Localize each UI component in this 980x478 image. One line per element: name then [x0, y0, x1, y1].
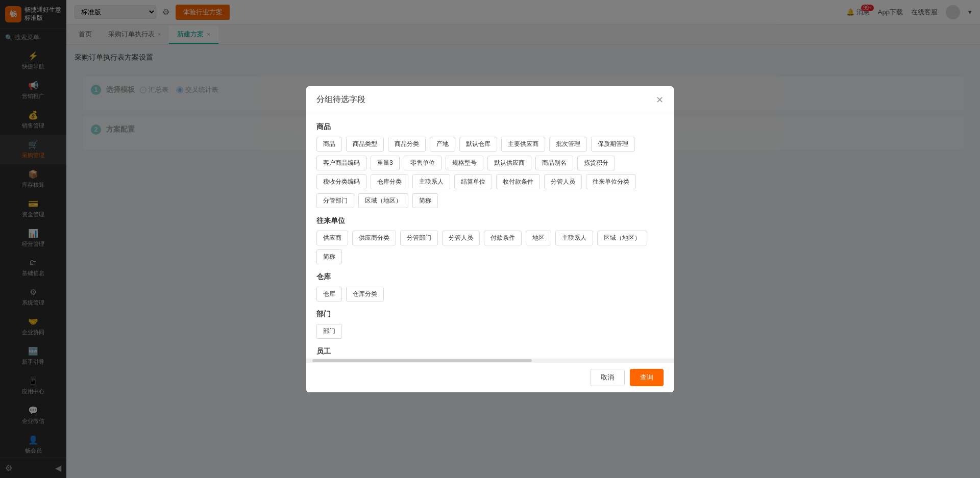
section-department: 部门 部门: [316, 310, 664, 339]
field-tag[interactable]: 地区: [526, 231, 551, 245]
field-tag[interactable]: 税收分类编码: [316, 174, 366, 189]
field-tag[interactable]: 往来单位分类: [586, 174, 636, 189]
field-tag[interactable]: 供应商分类: [352, 231, 396, 245]
field-tag[interactable]: 主要供应商: [501, 137, 545, 152]
field-tag[interactable]: 仓库分类: [371, 174, 408, 189]
field-tag[interactable]: 默认供应商: [487, 156, 531, 170]
field-tag[interactable]: 付款条件: [484, 231, 522, 245]
field-tag[interactable]: 商品类型: [346, 137, 384, 152]
field-tag[interactable]: 仓库: [316, 287, 342, 301]
field-tag[interactable]: 区域（地区）: [358, 193, 408, 208]
section-partner-fields: 供应商 供应商分类 分管部门 分管人员 付款条件 地区 主联系人 区域（地区） …: [316, 231, 664, 264]
section-product-title: 商品: [316, 122, 664, 132]
field-tag[interactable]: 客户商品编码: [316, 156, 366, 170]
modal-body: 商品 商品 商品类型 商品分类 产地 默认仓库 主要供应商 批次管理 保质期管理: [306, 114, 674, 359]
modal-header: 分组待选字段 ✕: [306, 86, 674, 114]
field-tag[interactable]: 简称: [316, 249, 342, 264]
section-department-title: 部门: [316, 310, 664, 319]
content: 采购订单执行表方案设置 1 选择模板 汇总表 交叉统计表 2: [66, 45, 980, 478]
field-tag[interactable]: 批次管理: [549, 137, 587, 152]
section-partner: 往来单位 供应商 供应商分类 分管部门 分管人员 付款条件 地区 主联系人 区域…: [316, 216, 664, 264]
field-tag[interactable]: 简称: [412, 193, 438, 208]
modal-title: 分组待选字段: [316, 94, 365, 105]
section-warehouse-fields: 仓库 仓库分类: [316, 287, 664, 301]
section-product: 商品 商品 商品类型 商品分类 产地 默认仓库 主要供应商 批次管理 保质期管理: [316, 122, 664, 208]
field-tag[interactable]: 规格型号: [446, 156, 483, 170]
field-tag[interactable]: 分管部门: [400, 231, 438, 245]
section-employee-title: 员工: [316, 347, 664, 356]
field-tag[interactable]: 零售单位: [404, 156, 442, 170]
field-tag[interactable]: 默认仓库: [459, 137, 497, 152]
section-warehouse: 仓库 仓库 仓库分类: [316, 272, 664, 301]
section-department-fields: 部门: [316, 324, 664, 339]
field-tag[interactable]: 商品: [316, 137, 342, 152]
field-tag[interactable]: 收付款条件: [496, 174, 540, 189]
modal-overlay: 分组待选字段 ✕ 商品 商品 商品类型 商品分类 产地 默认: [66, 45, 980, 478]
field-tag[interactable]: 区域（地区）: [597, 231, 647, 245]
field-tag[interactable]: 分管人员: [544, 174, 582, 189]
field-tag[interactable]: 仓库分类: [346, 287, 384, 301]
field-tag[interactable]: 重量3: [371, 156, 400, 170]
field-tag[interactable]: 产地: [430, 137, 455, 152]
field-tag[interactable]: 商品别名: [535, 156, 573, 170]
field-tag[interactable]: 结算单位: [454, 174, 492, 189]
modal-close-btn[interactable]: ✕: [656, 94, 664, 106]
field-tag[interactable]: 主联系人: [412, 174, 450, 189]
confirm-button[interactable]: 查询: [630, 369, 664, 386]
section-partner-title: 往来单位: [316, 216, 664, 225]
field-tag[interactable]: 部门: [316, 324, 342, 339]
section-warehouse-title: 仓库: [316, 272, 664, 282]
field-tag[interactable]: 分管人员: [442, 231, 480, 245]
field-select-modal: 分组待选字段 ✕ 商品 商品 商品类型 商品分类 产地 默认: [306, 86, 674, 392]
section-product-fields: 商品 商品类型 商品分类 产地 默认仓库 主要供应商 批次管理 保质期管理 客户…: [316, 137, 664, 208]
modal-horizontal-scrollbar[interactable]: [306, 359, 674, 362]
field-tag[interactable]: 分管部门: [316, 193, 354, 208]
field-tag[interactable]: 商品分类: [388, 137, 426, 152]
cancel-button[interactable]: 取消: [590, 369, 625, 386]
modal-footer: 取消 查询: [306, 362, 674, 392]
field-tag[interactable]: 供应商: [316, 231, 348, 245]
main-area: 标准版 ⚙ 体验行业方案 🔔 99+ 消息 App下载 在线客服 ▾ 首页: [66, 0, 980, 478]
hscroll-thumb: [312, 359, 532, 362]
field-tag[interactable]: 保质期管理: [591, 137, 635, 152]
section-employee: 员工 业务员: [316, 347, 664, 359]
field-tag[interactable]: 主联系人: [555, 231, 593, 245]
field-tag[interactable]: 拣货积分: [577, 156, 615, 170]
